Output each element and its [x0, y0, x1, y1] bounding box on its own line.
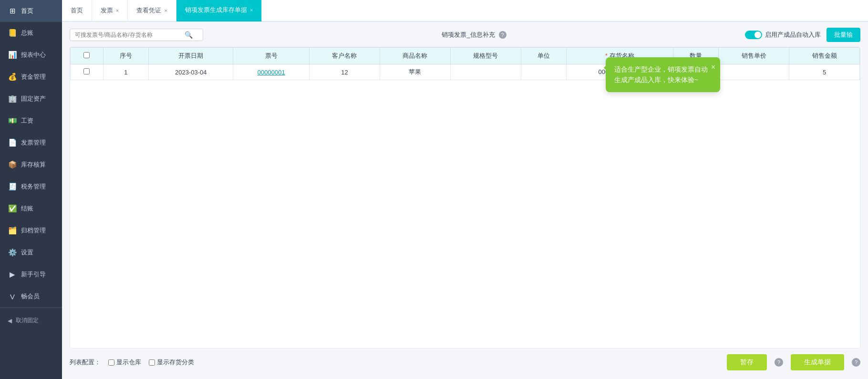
th-checkbox [71, 48, 103, 64]
th-product: 商品名称 [380, 48, 450, 64]
td-unit [521, 64, 566, 80]
unpin-button[interactable]: ◀ 取消固定 [0, 312, 62, 329]
tooltip-popup: × 适合生产型企业，销项发票自动生成产成品入库，快来体验~ [606, 57, 720, 92]
row-checkbox[interactable] [83, 68, 90, 74]
td-customer: 12 [310, 64, 380, 80]
data-table-wrap: 序号 开票日期 票号 客户名称 商品名称 规格型号 单位 * 存货名称 数量 销… [70, 47, 860, 348]
td-index: 1 [103, 64, 148, 80]
reports-icon: 📊 [8, 51, 17, 59]
show-category-label: 显示存货分类 [157, 358, 194, 367]
list-config: 列表配置： 显示仓库 显示存货分类 [70, 358, 194, 367]
sidebar-item-label: 设置 [21, 248, 33, 257]
tab-stock-document-close[interactable]: × [250, 7, 253, 13]
search-area[interactable]: 🔍 [70, 29, 203, 41]
info-label: 销项发票_信息补充 [442, 31, 495, 39]
sidebar-item-assets[interactable]: 🏢 固定资产 [0, 88, 62, 110]
sidebar: ⊞ 首页 📒 总账 📊 报表中心 💰 资金管理 🏢 固定资产 💵 工资 📄 发票… [0, 0, 62, 379]
toggle-knob [754, 32, 761, 38]
save-button[interactable]: 暂存 [727, 354, 767, 370]
invoice-icon: 📄 [8, 138, 17, 147]
th-date: 开票日期 [149, 48, 233, 64]
sidebar-item-label: 固定资产 [21, 95, 46, 103]
sidebar-item-label: 报表中心 [21, 51, 46, 59]
tab-home-label: 首页 [71, 6, 83, 15]
sidebar-item-vip[interactable]: V 畅会员 [0, 285, 62, 307]
sidebar-item-label: 畅会员 [21, 292, 40, 301]
config-label: 列表配置： [70, 358, 101, 367]
th-sales-amount: 销售金额 [789, 48, 860, 64]
right-controls: 启用产成品自动入库 批量输 [745, 28, 860, 42]
show-category-checkbox[interactable] [149, 359, 155, 366]
td-product: 苹果 [380, 64, 450, 80]
sidebar-item-closing[interactable]: ✅ 结账 [0, 198, 62, 220]
sidebar-item-tax[interactable]: 🧾 税务管理 [0, 176, 62, 198]
show-category-checkbox-label[interactable]: 显示存货分类 [149, 358, 194, 367]
toggle-area: 启用产成品自动入库 [745, 31, 821, 39]
search-input[interactable] [75, 32, 185, 38]
tab-voucher-close[interactable]: × [164, 8, 167, 13]
sidebar-item-label: 税务管理 [21, 182, 46, 191]
data-table: 序号 开票日期 票号 客户名称 商品名称 规格型号 单位 * 存货名称 数量 销… [70, 47, 860, 80]
sidebar-item-label: 新手引导 [21, 270, 46, 279]
th-unit-price: 销售单价 [719, 48, 789, 64]
info-help-icon[interactable]: ? [499, 31, 506, 39]
show-warehouse-checkbox-label[interactable]: 显示仓库 [108, 358, 141, 367]
sidebar-item-home[interactable]: ⊞ 首页 [0, 0, 62, 22]
info-section: 销项发票_信息补充 ? [442, 31, 506, 39]
archive-icon: 🗂️ [8, 226, 17, 235]
bottom-bar: 列表配置： 显示仓库 显示存货分类 暂存 ? 生成单据 ? [70, 348, 860, 373]
th-unit: 单位 [521, 48, 566, 64]
sidebar-item-label: 结账 [21, 204, 33, 213]
sidebar-item-ledger[interactable]: 📒 总账 [0, 22, 62, 44]
td-sales-amount: 5 [789, 64, 860, 80]
show-warehouse-checkbox[interactable] [108, 359, 114, 366]
ticket-no-link[interactable]: 00000001 [258, 69, 285, 76]
td-spec [450, 64, 521, 80]
sidebar-item-label: 总账 [21, 29, 33, 37]
sidebar-item-payroll[interactable]: 💵 工资 [0, 110, 62, 132]
table-header-row: 序号 开票日期 票号 客户名称 商品名称 规格型号 单位 * 存货名称 数量 销… [71, 48, 860, 64]
tab-voucher[interactable]: 查看凭证 × [128, 0, 176, 21]
settings-icon: ⚙️ [8, 248, 17, 257]
td-unit-price [719, 64, 789, 80]
save-help-icon[interactable]: ? [775, 358, 783, 367]
vip-icon: V [8, 293, 17, 301]
sidebar-item-label: 首页 [21, 7, 33, 15]
sidebar-item-settings[interactable]: ⚙️ 设置 [0, 242, 62, 263]
tooltip-close-button[interactable]: × [711, 61, 715, 74]
guide-icon: ▶ [8, 270, 17, 279]
tab-invoice-label: 发票 [101, 6, 113, 15]
sidebar-item-reports[interactable]: 📊 报表中心 [0, 44, 62, 66]
tab-bar: 首页 发票 × 查看凭证 × 销项发票生成库存单据 × [62, 0, 868, 22]
generate-help-icon[interactable]: ? [852, 358, 860, 367]
ledger-icon: 📒 [8, 29, 17, 37]
sidebar-item-guide[interactable]: ▶ 新手引导 [0, 263, 62, 285]
th-customer: 客户名称 [310, 48, 380, 64]
search-icon: 🔍 [185, 31, 193, 39]
main-area: 首页 发票 × 查看凭证 × 销项发票生成库存单据 × 🔍 销项发票_信息补充 … [62, 0, 868, 379]
th-spec: 规格型号 [450, 48, 521, 64]
show-warehouse-label: 显示仓库 [116, 358, 141, 367]
tooltip-text: 适合生产型企业，销项发票自动生成产成品入库，快来体验~ [614, 65, 708, 84]
pin-icon: ◀ [8, 317, 12, 324]
sidebar-item-label: 归档管理 [21, 226, 46, 235]
tab-home[interactable]: 首页 [62, 0, 92, 21]
sidebar-item-funds[interactable]: 💰 资金管理 [0, 66, 62, 88]
tab-invoice-close[interactable]: × [116, 8, 119, 13]
select-all-checkbox[interactable] [83, 52, 90, 58]
sidebar-item-label: 资金管理 [21, 73, 46, 81]
closing-icon: ✅ [8, 204, 17, 213]
sidebar-item-invoice[interactable]: 📄 发票管理 [0, 132, 62, 154]
content-area: 🔍 销项发票_信息补充 ? 启用产成品自动入库 批量输 [62, 22, 868, 379]
auto-inbound-toggle[interactable] [745, 31, 762, 39]
td-checkbox [71, 64, 103, 80]
th-ticket-no: 票号 [233, 48, 310, 64]
tab-stock-document[interactable]: 销项发票生成库存单据 × [176, 0, 262, 21]
sidebar-item-label: 发票管理 [21, 138, 46, 147]
batch-input-button[interactable]: 批量输 [827, 28, 860, 42]
sidebar-item-archive[interactable]: 🗂️ 归档管理 [0, 220, 62, 242]
sidebar-item-inventory[interactable]: 📦 库存核算 [0, 154, 62, 176]
generate-button[interactable]: 生成单据 [791, 354, 844, 370]
tab-stock-document-label: 销项发票生成库存单据 [185, 6, 247, 14]
tab-invoice[interactable]: 发票 × [92, 0, 128, 21]
